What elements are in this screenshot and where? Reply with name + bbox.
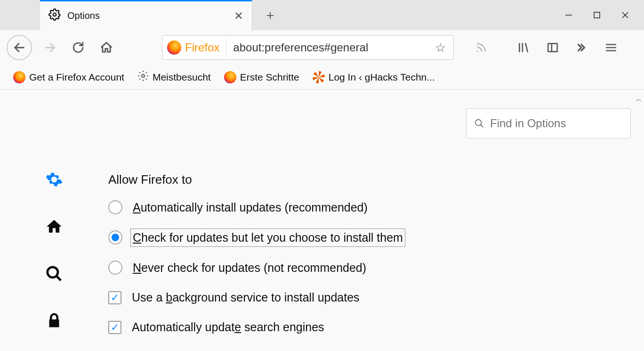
url-text[interactable]: about:preferences#general <box>226 41 432 54</box>
svg-line-20 <box>481 125 483 128</box>
content-area: ︿ Find in Options Allow Firefox to Autom… <box>0 90 644 351</box>
sidebar-home-icon[interactable] <box>44 217 64 237</box>
bookmark-star-icon[interactable]: ☆ <box>432 41 449 55</box>
bookmark-erste-schritte[interactable]: Erste Schritte <box>224 71 299 83</box>
bookmark-label: Get a Firefox Account <box>29 72 124 83</box>
bookmarks-bar: Get a Firefox Account Meistbesucht Erste… <box>0 65 644 90</box>
home-button[interactable] <box>96 37 117 58</box>
radio-auto-install[interactable]: Automatically install updates (recommend… <box>108 200 631 214</box>
firefox-logo-icon <box>13 71 25 83</box>
close-window-button[interactable] <box>611 0 639 30</box>
nav-toolbar: Firefox about:preferences#general ☆ <box>0 30 644 65</box>
svg-line-18 <box>56 276 61 281</box>
minimize-button[interactable] <box>555 0 583 30</box>
svg-point-17 <box>48 267 58 278</box>
radio-label: Check for updates but let you choose to … <box>133 231 403 245</box>
tab-title: Options <box>67 10 100 21</box>
bookmark-label: Erste Schritte <box>240 72 299 83</box>
check-search-engines[interactable]: ✓ Automatically update search engines <box>108 320 631 334</box>
sidebar-general-icon[interactable] <box>44 170 64 189</box>
sidebar-privacy-icon[interactable] <box>44 311 64 331</box>
url-bar[interactable]: Firefox about:preferences#general ☆ <box>162 35 454 60</box>
svg-point-16 <box>142 74 145 77</box>
window-controls <box>555 0 639 30</box>
checkbox-icon: ✓ <box>108 321 121 334</box>
radio-label: Never check for updates (not recommended… <box>133 261 366 275</box>
ghacks-icon <box>313 71 325 83</box>
check-label: Automatically update search engines <box>132 320 324 334</box>
svg-point-0 <box>53 13 56 16</box>
menu-button[interactable] <box>601 37 621 58</box>
maximize-button[interactable] <box>583 0 611 30</box>
firefox-logo-icon <box>224 71 236 83</box>
check-background-service[interactable]: ✓ Use a background service to install up… <box>108 291 631 304</box>
preferences-sidebar <box>0 90 108 351</box>
active-tab[interactable]: Options ✕ <box>40 0 252 30</box>
radio-check-updates[interactable]: Check for updates but let you choose to … <box>108 230 631 245</box>
svg-point-19 <box>475 120 482 126</box>
gear-icon <box>48 8 61 23</box>
search-placeholder: Find in Options <box>490 117 566 130</box>
checkbox-icon: ✓ <box>108 291 121 304</box>
forward-button <box>40 37 60 58</box>
radio-icon <box>108 230 122 245</box>
library-button[interactable] <box>513 37 534 58</box>
firefox-logo-icon <box>167 41 181 55</box>
sidebar-search-icon[interactable] <box>44 264 64 284</box>
section-heading: Allow Firefox to <box>108 172 631 187</box>
svg-line-10 <box>525 43 527 51</box>
radio-label: Automatically install updates (recommend… <box>133 201 368 214</box>
sidebar-toggle-button[interactable] <box>542 37 563 58</box>
check-label: Use a background service to install upda… <box>132 291 360 304</box>
radio-icon <box>108 261 122 275</box>
svg-rect-11 <box>548 43 557 51</box>
bookmark-label: Log In ‹ gHacks Techn... <box>329 72 435 83</box>
rss-button[interactable] <box>471 37 491 58</box>
tab-bar: Options ✕ ＋ <box>0 0 644 30</box>
close-tab-icon[interactable]: ✕ <box>234 9 243 23</box>
new-tab-button[interactable]: ＋ <box>264 6 277 24</box>
bookmark-ghacks[interactable]: Log In ‹ gHacks Techn... <box>313 71 435 83</box>
find-in-options[interactable]: Find in Options <box>466 108 631 139</box>
identity-label: Firefox <box>185 41 219 54</box>
overflow-button[interactable] <box>572 37 592 58</box>
bookmark-label: Meistbesucht <box>153 72 211 83</box>
preferences-main: Find in Options Allow Firefox to Automat… <box>108 90 644 351</box>
back-button[interactable] <box>7 35 32 60</box>
radio-icon <box>108 200 122 214</box>
svg-point-7 <box>477 50 478 52</box>
new-tab-area: ＋ <box>252 0 555 30</box>
svg-rect-2 <box>594 12 600 18</box>
bookmark-firefox-account[interactable]: Get a Firefox Account <box>13 71 124 83</box>
gear-icon <box>137 70 149 84</box>
reload-button[interactable] <box>68 37 89 58</box>
bookmark-most-visited[interactable]: Meistbesucht <box>137 70 211 84</box>
radio-never-check[interactable]: Never check for updates (not recommended… <box>108 261 631 275</box>
identity-box[interactable]: Firefox <box>167 38 226 57</box>
